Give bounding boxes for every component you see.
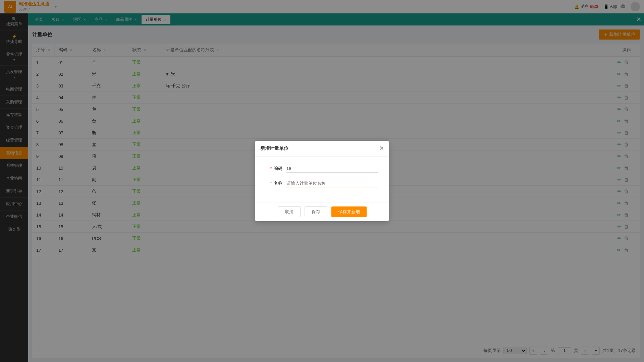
modal-body: * 编码 * 名称 [255, 157, 389, 202]
name-label: * 名称 [266, 180, 282, 186]
save-button[interactable]: 保存 [305, 206, 327, 217]
modal-title: 新增计量单位 [260, 145, 288, 152]
form-item-code: * 编码 [266, 165, 378, 173]
modal-close-btn[interactable]: ✕ [379, 146, 384, 151]
modal-header: 新增计量单位 ✕ [255, 141, 389, 157]
code-label: * 编码 [266, 166, 282, 172]
code-input[interactable] [286, 165, 378, 173]
name-input[interactable] [286, 179, 378, 187]
form-item-name: * 名称 [266, 179, 378, 187]
modal-footer: 取消 保存 保存并新增 [255, 202, 389, 221]
required-mark: * [270, 166, 272, 171]
cancel-button[interactable]: 取消 [278, 206, 301, 217]
save-and-new-button[interactable]: 保存并新增 [331, 206, 367, 217]
required-mark-name: * [270, 181, 272, 186]
add-unit-modal: 新增计量单位 ✕ * 编码 * 名称 取消 保存 保存并新增 [255, 141, 389, 221]
modal-overlay: 新增计量单位 ✕ * 编码 * 名称 取消 保存 保存并新增 [0, 0, 644, 362]
